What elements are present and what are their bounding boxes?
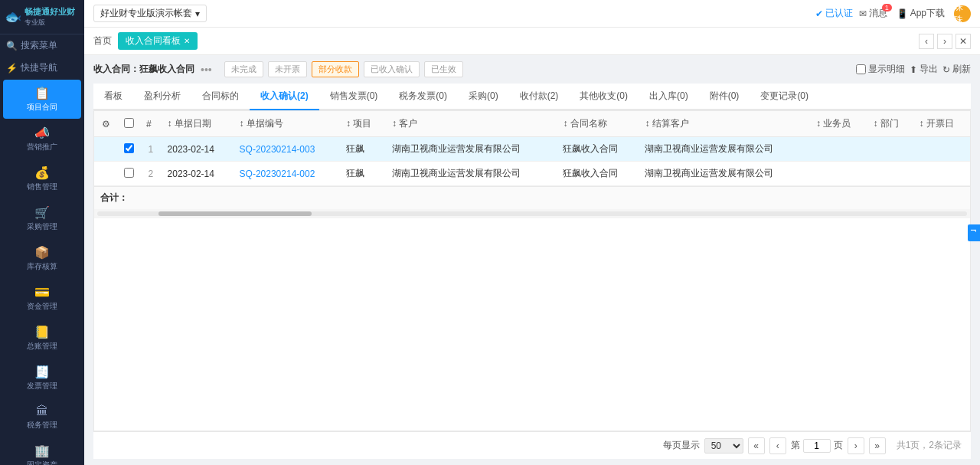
tab-tax_invoice[interactable]: 税务发票(0) xyxy=(388,84,458,110)
settings-column-header[interactable]: ⚙ xyxy=(94,111,117,137)
select-all-checkbox[interactable] xyxy=(124,118,134,128)
app-download-button[interactable]: 📱 App下载 xyxy=(897,7,945,20)
close-tab-button[interactable]: ✕ xyxy=(184,37,190,45)
tab-revenue[interactable]: 收入确认(2) xyxy=(250,84,319,110)
show-detail-checkbox[interactable]: 显示明细 xyxy=(856,63,905,76)
quick-nav-icon: ⚡ xyxy=(6,63,18,74)
search-menu-label: 搜索菜单 xyxy=(21,39,57,52)
nav-prev-button[interactable]: ‹ xyxy=(919,34,934,49)
sales-icon: 💰 xyxy=(34,165,50,180)
quick-nav-button[interactable]: ⚡ 快捷导航 xyxy=(0,57,84,79)
tab-contract_std[interactable]: 合同标的 xyxy=(191,84,250,110)
row-number-link[interactable]: SQ-20230214-003 xyxy=(240,144,315,155)
row-checkbox-cell[interactable] xyxy=(117,162,140,186)
department-column-header[interactable]: ↕ 部门 xyxy=(867,111,913,137)
sidebar-item-tax[interactable]: 🏛 税务管理 xyxy=(3,398,81,437)
first-page-button[interactable]: « xyxy=(748,437,765,454)
sidebar-item-general[interactable]: 📒 总账管理 xyxy=(3,319,81,358)
contract-tab-label: 收入合同看板 xyxy=(126,34,181,47)
row-checkbox-cell[interactable] xyxy=(117,137,140,162)
tab-attachment[interactable]: 附件(0) xyxy=(699,84,750,110)
horizontal-scrollbar[interactable] xyxy=(94,209,970,218)
settled-customer-column-header[interactable]: ↕ 结算客户 xyxy=(639,111,810,137)
tab-other_income[interactable]: 其他收支(0) xyxy=(569,84,639,110)
number-column-header[interactable]: ↕ 单据编号 xyxy=(234,111,340,137)
refresh-button[interactable]: ↻ 刷新 xyxy=(942,63,971,76)
messages-button[interactable]: ✉ 1 消息 xyxy=(859,7,887,20)
user-avatar-area[interactable]: 珠珠 xyxy=(954,5,971,22)
sidebar-item-asset[interactable]: 🏢 固定资产 xyxy=(3,437,81,465)
contract-name-column-header[interactable]: ↕ 合同名称 xyxy=(557,111,639,137)
contract-tab[interactable]: 收入合同看板 ✕ xyxy=(118,32,198,50)
table-row[interactable]: 2 2023-02-14 SQ-20230214-002 狂飙 湖南卫视商业运营… xyxy=(94,162,970,186)
sidebar-item-inventory[interactable]: 📦 库存核算 xyxy=(3,239,81,278)
asset-label: 固定资产 xyxy=(27,460,57,465)
row-settled-customer: 湖南卫视商业运营发展有限公司 xyxy=(639,162,810,186)
sidebar-item-invoice[interactable]: 🧾 发票管理 xyxy=(3,359,81,398)
right-float-button[interactable]: Arm xyxy=(968,224,980,241)
search-menu-button[interactable]: 🔍 搜索菜单 xyxy=(0,34,84,57)
page-number-input[interactable] xyxy=(803,439,831,453)
project-column-header[interactable]: ↕ 项目 xyxy=(340,111,386,137)
row-checkbox[interactable] xyxy=(124,168,134,178)
show-detail-label: 显示明细 xyxy=(868,63,905,76)
table-row[interactable]: 1 2023-02-14 SQ-20230214-003 狂飙 湖南卫视商业运营… xyxy=(94,137,970,162)
export-label: 导出 xyxy=(920,63,938,76)
tab-purchase[interactable]: 采购(0) xyxy=(458,84,509,110)
tab-overview[interactable]: 看板 xyxy=(93,84,133,110)
tab-payment[interactable]: 收付款(2) xyxy=(509,84,570,110)
right-float-label: Arm xyxy=(958,229,980,237)
topbar-actions: ✉ 1 消息 📱 App下载 珠珠 xyxy=(859,5,971,22)
export-button[interactable]: ⬆ 导出 xyxy=(910,63,938,76)
row-department xyxy=(867,162,913,186)
check-icon: ✔ xyxy=(815,8,823,19)
page-label: 页 xyxy=(834,439,843,452)
tax-icon: 🏛 xyxy=(36,404,48,418)
invoice-date-column-header[interactable]: ↕ 开票日 xyxy=(913,111,970,137)
page-number-label: 第 xyxy=(791,439,800,452)
scrollbar-thumb[interactable] xyxy=(158,211,312,216)
customer-column-header[interactable]: ↕ 客户 xyxy=(386,111,557,137)
tab-sales_invoice[interactable]: 销售发票(0) xyxy=(319,84,389,110)
date-column-header[interactable]: ↕ 单据日期 xyxy=(162,111,234,137)
sales-label: 销售管理 xyxy=(27,182,57,192)
last-page-button[interactable]: » xyxy=(869,437,886,454)
more-options-button[interactable]: ••• xyxy=(201,64,212,76)
status-uninvoiced-badge[interactable]: 未开票 xyxy=(268,61,307,77)
row-checkbox[interactable] xyxy=(124,143,134,153)
show-detail-input[interactable] xyxy=(856,64,866,74)
status-partial-badge[interactable]: 部分收款 xyxy=(312,61,359,77)
checkbox-column-header[interactable] xyxy=(117,111,140,137)
tab-change_log[interactable]: 变更记录(0) xyxy=(750,84,819,110)
page-content: 收入合同：狂飙收入合同 ••• 未完成 未开票 部分收款 已收入确认 已生效 显… xyxy=(84,55,980,465)
status-incomplete-badge[interactable]: 未完成 xyxy=(224,61,263,77)
sidebar-item-purchase[interactable]: 🛒 采购管理 xyxy=(3,199,81,238)
download-icon: 📱 xyxy=(897,8,908,19)
project-icon: 📋 xyxy=(34,86,50,100)
company-selector[interactable]: 好业财专业版演示帐套 ▾ xyxy=(93,5,207,22)
nav-next-button[interactable]: › xyxy=(937,34,952,49)
status-effective-badge[interactable]: 已生效 xyxy=(424,61,463,77)
marketing-icon: 📣 xyxy=(34,126,50,140)
row-salesperson xyxy=(810,137,867,162)
tab-warehouse[interactable]: 出入库(0) xyxy=(639,84,699,110)
sidebar-item-sales[interactable]: 💰 销售管理 xyxy=(3,159,81,198)
nav-close-button[interactable]: ✕ xyxy=(956,34,971,49)
status-confirmed-badge[interactable]: 已收入确认 xyxy=(364,61,420,77)
user-name: 珠珠 xyxy=(954,1,971,27)
row-number: SQ-20230214-002 xyxy=(234,162,340,186)
purchase-icon: 🛒 xyxy=(34,205,50,220)
logo-text: 畅捷通好业财 xyxy=(24,6,75,18)
salesperson-column-header[interactable]: ↕ 业务员 xyxy=(810,111,867,137)
prev-page-button[interactable]: ‹ xyxy=(769,437,786,454)
sidebar-item-project[interactable]: 📋 项目合同 xyxy=(3,80,81,119)
tab-profit[interactable]: 盈利分析 xyxy=(133,84,191,110)
breadcrumb-bar: 首页 收入合同看板 ✕ ‹ › ✕ xyxy=(84,28,980,55)
row-number-link[interactable]: SQ-20230214-002 xyxy=(240,169,315,179)
row-date: 2023-02-14 xyxy=(162,137,234,162)
page-size-select[interactable]: 20 50 100 xyxy=(704,438,743,454)
sidebar-item-marketing[interactable]: 📣 营销推广 xyxy=(3,120,81,159)
sidebar-item-capital[interactable]: 💳 资金管理 xyxy=(3,279,81,318)
home-link[interactable]: 首页 xyxy=(93,34,112,47)
next-page-button[interactable]: › xyxy=(848,437,864,454)
